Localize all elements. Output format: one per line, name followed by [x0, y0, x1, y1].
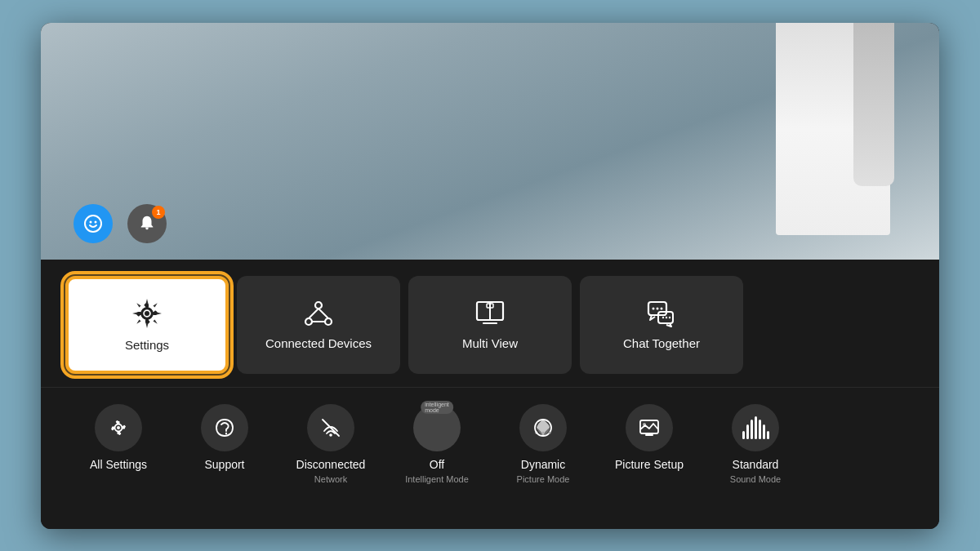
network-item[interactable]: Disconnected Network	[278, 404, 384, 484]
svg-point-29	[662, 317, 664, 318]
svg-point-15	[305, 318, 312, 325]
svg-point-14	[315, 302, 322, 309]
support-item[interactable]: Support	[172, 404, 278, 471]
picture-setup-item[interactable]: Picture Setup	[596, 404, 702, 471]
svg-rect-9	[137, 312, 141, 315]
svg-rect-7	[145, 319, 149, 323]
network-sub-label: Network	[314, 474, 347, 484]
smiley-button[interactable]	[74, 204, 113, 243]
svg-line-44	[323, 420, 339, 436]
multi-view-icon	[475, 299, 505, 328]
settings-tile-label: Settings	[125, 338, 169, 352]
intelligent-mode-icon-circle: intelligentmode	[413, 404, 461, 451]
svg-rect-6	[145, 304, 149, 308]
settings-tile[interactable]: Settings	[65, 276, 229, 374]
svg-rect-11	[145, 319, 150, 324]
chat-together-tile-label: Chat Together	[623, 336, 700, 350]
connected-devices-tile[interactable]: Connected Devices	[237, 276, 400, 374]
all-settings-icon-circle	[95, 404, 142, 451]
svg-point-42	[225, 432, 227, 433]
svg-point-16	[325, 318, 332, 325]
sound-bars-icon	[742, 416, 769, 439]
connected-devices-tile-label: Connected Devices	[265, 336, 372, 350]
svg-rect-8	[153, 312, 157, 315]
sound-mode-sub-label: Sound Mode	[730, 474, 781, 484]
notification-button[interactable]: 1	[127, 204, 167, 243]
main-tiles-row: Settings Connected Devices	[41, 260, 939, 387]
intelligent-badge: intelligentmode	[421, 401, 453, 414]
multi-view-tile[interactable]: Multi View	[408, 276, 572, 374]
svg-point-43	[329, 433, 332, 437]
svg-line-17	[309, 309, 318, 318]
picture-mode-item[interactable]: Dynamic Picture Mode	[490, 404, 596, 484]
smiley-icon	[83, 214, 103, 233]
support-label: Support	[204, 458, 244, 471]
connected-devices-icon	[304, 299, 333, 328]
picture-setup-label: Picture Setup	[615, 458, 684, 471]
svg-point-27	[661, 308, 663, 310]
sound-mode-icon-circle	[732, 404, 779, 451]
notification-badge: 1	[152, 206, 165, 219]
preview-icons-bar: 1	[74, 204, 167, 243]
tv-frame: 1	[41, 23, 939, 529]
picture-setup-icon-circle	[626, 404, 673, 451]
intelligent-mode-label: Off	[430, 458, 444, 471]
svg-point-2	[95, 220, 97, 223]
menu-section: Settings Connected Devices	[41, 260, 939, 529]
svg-point-25	[653, 308, 655, 310]
svg-rect-13	[144, 303, 149, 308]
svg-line-18	[318, 309, 328, 318]
settings-tile-icon	[131, 297, 163, 330]
svg-point-4	[142, 309, 153, 319]
network-icon-circle	[307, 404, 354, 451]
network-status-label: Disconnected	[296, 458, 366, 471]
intelligent-mode-item[interactable]: intelligentmode Off Intelligent Mode	[384, 404, 490, 484]
chat-together-icon	[647, 299, 676, 328]
svg-point-33	[117, 426, 120, 429]
all-settings-item[interactable]: All Settings	[65, 404, 172, 471]
sound-mode-item[interactable]: Standard Sound Mode	[702, 404, 808, 484]
svg-point-47	[542, 431, 545, 433]
chat-together-tile[interactable]: Chat Together	[580, 276, 743, 374]
svg-point-31	[669, 317, 670, 318]
svg-point-30	[666, 317, 667, 318]
tv-preview: 1	[41, 23, 939, 260]
svg-point-5	[145, 311, 149, 316]
curtain-decoration	[853, 23, 894, 186]
all-settings-label: All Settings	[90, 458, 147, 471]
quick-settings-row: All Settings Support	[41, 387, 939, 484]
svg-point-0	[85, 216, 101, 232]
svg-rect-12	[136, 312, 141, 317]
picture-mode-sub-label: Picture Mode	[517, 474, 570, 484]
multi-view-tile-label: Multi View	[462, 336, 518, 350]
svg-point-26	[657, 308, 659, 310]
sound-mode-label: Standard	[733, 458, 779, 471]
svg-point-3	[142, 309, 152, 318]
picture-mode-icon-circle	[519, 404, 567, 451]
svg-point-1	[90, 220, 92, 223]
svg-point-50	[643, 423, 646, 426]
svg-point-46	[536, 431, 538, 433]
support-icon-circle	[201, 404, 248, 451]
intelligent-mode-sub-label: Intelligent Mode	[405, 474, 469, 484]
svg-point-48	[549, 431, 551, 433]
picture-mode-label: Dynamic	[521, 458, 565, 471]
svg-rect-10	[153, 310, 158, 315]
